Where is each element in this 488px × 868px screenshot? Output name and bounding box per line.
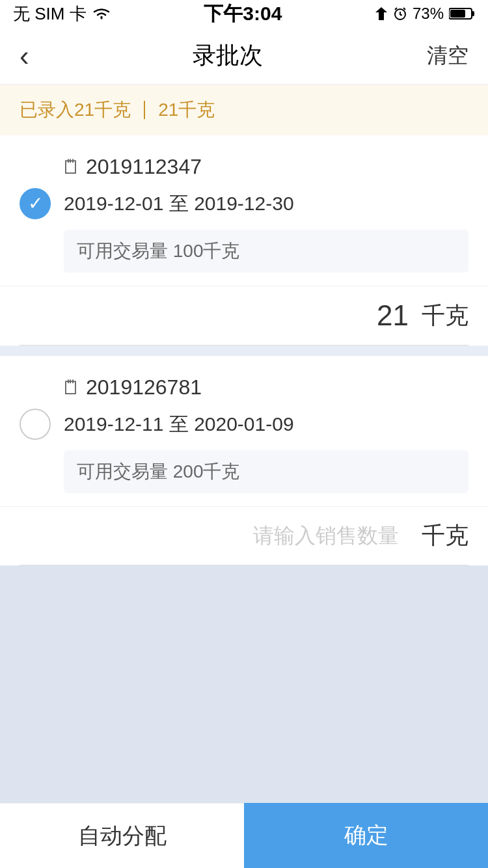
confirm-button[interactable]: 确定: [244, 803, 488, 868]
summary-value: 21千克: [158, 98, 215, 122]
batch-item-1-inner: 🗒 2019112347 ✓ 2019-12-01 至 2019-12-30 可…: [0, 135, 488, 286]
batch-1-volume: 可用交易量 100千克: [64, 230, 468, 273]
back-button[interactable]: ‹: [20, 42, 29, 70]
alarm-icon: [393, 7, 407, 21]
clear-button[interactable]: 清空: [427, 42, 468, 70]
status-time: 下午3:04: [204, 1, 282, 27]
status-right: 73%: [375, 5, 475, 23]
battery-text: 73%: [413, 5, 444, 23]
batch-2-id-icon: 🗒: [61, 377, 81, 399]
batch-2-id-row: 🗒 2019126781: [61, 375, 468, 400]
batch-2-id-text: 2019126781: [86, 375, 202, 400]
status-bar: 无 SIM 卡 下午3:04 73%: [0, 0, 488, 27]
svg-line-4: [403, 8, 405, 10]
batch-2-volume: 可用交易量 200千克: [64, 450, 468, 493]
battery-icon: [449, 7, 475, 20]
location-icon: [375, 7, 388, 21]
batch-1-id-row: 🗒 2019112347: [61, 155, 468, 179]
batch-2-quantity-unit: 千克: [422, 520, 468, 552]
svg-rect-6: [472, 11, 474, 16]
batch-item-2-inner: 🗒 2019126781 2019-12-11 至 2020-01-09 可用交…: [0, 356, 488, 506]
batch-2-date-row[interactable]: 2019-12-11 至 2020-01-09: [20, 409, 468, 440]
batch-1-date: 2019-12-01 至 2019-12-30: [64, 191, 294, 217]
batch-2-quantity-row: 千克: [0, 506, 488, 565]
summary-divider: [144, 101, 145, 119]
section-separator: [0, 346, 488, 356]
batch-item-2: 🗒 2019126781 2019-12-11 至 2020-01-09 可用交…: [0, 356, 488, 565]
summary-banner: 已录入21千克 21千克: [0, 85, 488, 135]
batch-1-date-row[interactable]: ✓ 2019-12-01 至 2019-12-30: [20, 188, 468, 219]
batch-1-radio[interactable]: ✓: [20, 188, 51, 219]
no-sim-text: 无 SIM 卡: [13, 3, 87, 25]
bottom-bar: 自动分配 确定: [0, 803, 488, 868]
batch-1-check-icon: ✓: [28, 195, 43, 213]
batch-item-1: 🗒 2019112347 ✓ 2019-12-01 至 2019-12-30 可…: [0, 135, 488, 346]
batch-1-quantity-unit: 千克: [422, 300, 468, 332]
batch-1-quantity-row: 21 千克: [0, 286, 488, 345]
batch-1-quantity-value: 21: [377, 299, 409, 332]
batch-1-id-icon: 🗒: [61, 156, 81, 178]
batch-2-date: 2019-12-11 至 2020-01-09: [64, 411, 294, 438]
svg-line-3: [395, 8, 397, 10]
batch-2-radio[interactable]: [20, 409, 51, 440]
summary-recorded-label: 已录入21千克: [20, 98, 131, 122]
batch-2-quantity-input[interactable]: [20, 524, 409, 548]
status-left: 无 SIM 卡: [13, 3, 111, 25]
wifi-icon: [92, 7, 111, 21]
page-title: 录批次: [193, 40, 263, 72]
svg-rect-7: [450, 10, 465, 18]
nav-bar: ‹ 录批次 清空: [0, 27, 488, 85]
auto-distribute-button[interactable]: 自动分配: [0, 803, 244, 868]
batch-1-id-text: 2019112347: [86, 155, 202, 179]
